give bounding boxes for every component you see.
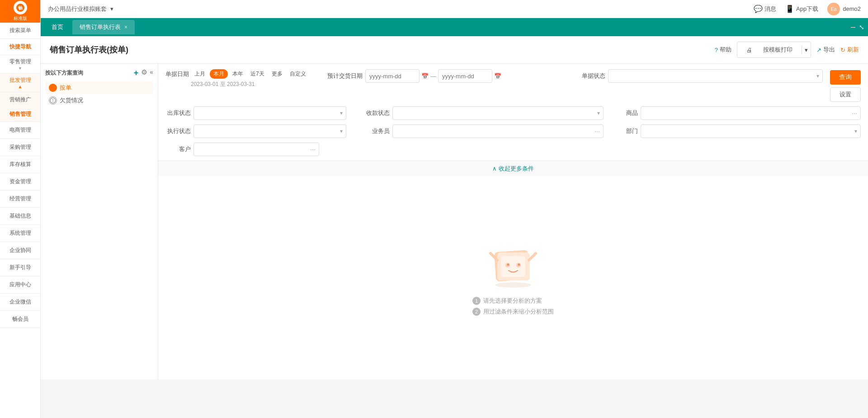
sidebar-item-system[interactable]: 系统管理 bbox=[0, 225, 41, 242]
product-wrapper: ··· bbox=[641, 106, 861, 120]
user-info[interactable]: Ea demo2 bbox=[827, 3, 861, 15]
delivery-status-select[interactable] bbox=[193, 106, 346, 120]
dept-select[interactable] bbox=[641, 124, 861, 138]
sidebar-item-retail[interactable]: 零售管理 ▾ bbox=[0, 55, 41, 74]
date-tab-more[interactable]: 更多 bbox=[269, 69, 285, 79]
sidebar-item-operations[interactable]: 经营管理 bbox=[0, 190, 41, 208]
dept-wrapper: ▾ bbox=[641, 124, 861, 138]
plan-item-shortage[interactable]: 欠货情况 bbox=[45, 94, 153, 107]
print-label: 按模板打印 bbox=[759, 44, 797, 56]
delivery-status-label: 出库状态 bbox=[165, 109, 191, 117]
filter-exec-col: 执行状态 ▾ bbox=[165, 124, 346, 138]
sidebar-item-newuser[interactable]: 新手引导 bbox=[0, 259, 41, 276]
salesperson-wrapper: ··· bbox=[392, 124, 604, 138]
sidebar-search-menu[interactable]: 搜索菜单 bbox=[0, 23, 41, 39]
help-btn[interactable]: ? 帮助 bbox=[715, 46, 731, 54]
settings-btn[interactable]: 设置 bbox=[830, 87, 861, 102]
expected-date-start-input[interactable] bbox=[365, 69, 420, 83]
filter-body-container: 按以下方案查询 + ⚙ « 按单 bbox=[41, 64, 868, 380]
sales-label: 销售管理 bbox=[9, 110, 31, 118]
sidebar-item-wholesale[interactable]: 批发管理 ▲ bbox=[0, 74, 41, 92]
tab-expand-icon[interactable]: ⤡ bbox=[859, 24, 864, 31]
refresh-btn[interactable]: ↻ 刷新 bbox=[840, 46, 859, 54]
plan-single-label: 按单 bbox=[60, 84, 71, 92]
query-btn[interactable]: 查询 bbox=[830, 70, 861, 85]
tab-bar: 首页 销售订单执行表 × ─ ⤡ bbox=[41, 18, 868, 36]
sidebar-item-purchase[interactable]: 采购管理 bbox=[0, 139, 41, 156]
svg-point-4 bbox=[52, 89, 53, 90]
top-header-right: 💬 消息 📱 App下载 Ea demo2 bbox=[754, 3, 861, 15]
date-tab-custom[interactable]: 自定义 bbox=[287, 69, 309, 79]
marketing-label: 营销推广 bbox=[9, 96, 31, 104]
doc-status-select-wrapper: ▾ bbox=[608, 69, 823, 83]
expected-date-label: 预计交货日期 bbox=[326, 72, 363, 80]
print-icon: 🖨 bbox=[742, 45, 757, 55]
plan-settings-btn[interactable]: ⚙ bbox=[141, 68, 147, 78]
doc-status-select[interactable] bbox=[608, 69, 823, 83]
breadcrumb-arrow-icon[interactable]: ▾ bbox=[110, 5, 113, 12]
sidebar-item-inventory[interactable]: 库存核算 bbox=[0, 156, 41, 173]
tip-text-1: 请先选择要分析的方案 bbox=[483, 297, 542, 305]
export-btn[interactable]: ↗ 导出 bbox=[816, 46, 835, 54]
receipt-status-select[interactable] bbox=[392, 106, 604, 120]
filter-row-2: 出库状态 ▾ 收款状态 ▾ bbox=[165, 106, 861, 120]
salesperson-input[interactable] bbox=[392, 124, 604, 138]
tip-text-2: 用过滤条件来缩小分析范围 bbox=[483, 308, 554, 316]
empty-tip-1: 1 请先选择要分析的方案 bbox=[472, 297, 554, 305]
date-range-inputs: 📅 — 📅 bbox=[365, 69, 501, 83]
calendar-icon-end[interactable]: 📅 bbox=[494, 73, 501, 80]
print-btn[interactable]: 🖨 按模板打印 bbox=[737, 42, 802, 57]
sidebar-item-sales[interactable]: 销售管理 bbox=[0, 107, 41, 121]
user-name: demo2 bbox=[843, 5, 861, 12]
svg-point-7 bbox=[52, 101, 53, 102]
sidebar-quick-nav[interactable]: 快捷导航 bbox=[0, 39, 41, 55]
tab-home[interactable]: 首页 bbox=[44, 20, 71, 34]
date-tab-this-year[interactable]: 本年 bbox=[230, 69, 246, 79]
sidebar-item-ecommerce[interactable]: 电商管理 bbox=[0, 122, 41, 139]
tab-close-icon[interactable]: × bbox=[124, 24, 127, 30]
print-arrow-btn[interactable]: ▾ bbox=[802, 47, 811, 53]
wechat-label: 企业微信 bbox=[9, 298, 31, 306]
vip-label: 畅会员 bbox=[12, 315, 28, 323]
calendar-icon-start[interactable]: 📅 bbox=[421, 73, 429, 80]
page-title: 销售订单执行表(按单) bbox=[50, 44, 128, 55]
main-area: 办公用品行业模拟账套 ▾ 💬 消息 📱 App下载 Ea demo2 首页 销售… bbox=[41, 0, 868, 418]
dept-label: 部门 bbox=[611, 127, 638, 135]
empty-tip-2: 2 用过滤条件来缩小分析范围 bbox=[472, 308, 554, 316]
date-tab-7days[interactable]: 近7天 bbox=[248, 69, 267, 79]
svg-point-14 bbox=[507, 264, 509, 266]
product-input[interactable] bbox=[641, 106, 861, 120]
sidebar-submenu-wholesale: 营销推广 销售管理 bbox=[0, 92, 41, 122]
sidebar-item-basic-info[interactable]: 基础信息 bbox=[0, 208, 41, 225]
exec-status-select[interactable] bbox=[193, 124, 346, 138]
enterprise-label: 企业协同 bbox=[9, 247, 31, 254]
collapse-bar[interactable]: ∧ 收起更多条件 bbox=[158, 161, 868, 176]
sidebar-item-appcenter[interactable]: 应用中心 bbox=[0, 276, 41, 294]
user-avatar: Ea bbox=[827, 3, 840, 15]
message-btn[interactable]: 💬 消息 bbox=[754, 5, 776, 13]
logo-text: 标准版 bbox=[14, 15, 27, 22]
filter-customer-col: 客户 ··· bbox=[165, 142, 319, 156]
plan-collapse-btn[interactable]: « bbox=[150, 68, 153, 78]
plan-add-btn[interactable]: + bbox=[134, 68, 139, 78]
app-download-btn[interactable]: 📱 App下载 bbox=[785, 5, 818, 13]
customer-input[interactable] bbox=[193, 142, 319, 156]
tab-minimize-icon[interactable]: ─ bbox=[851, 24, 855, 31]
sidebar-item-finance[interactable]: 资金管理 bbox=[0, 173, 41, 190]
left-plan-header: 按以下方案查询 + ⚙ « bbox=[45, 68, 153, 78]
sidebar-item-vip[interactable]: 畅会员 bbox=[0, 311, 41, 328]
app-icon: 📱 bbox=[785, 5, 794, 13]
filter-row-3: 执行状态 ▾ 业务员 ··· bbox=[165, 124, 861, 138]
tab-sales-order[interactable]: 销售订单执行表 × bbox=[72, 20, 135, 34]
sidebar-item-wechat[interactable]: 企业微信 bbox=[0, 294, 41, 311]
svg-text:畅: 畅 bbox=[18, 5, 23, 10]
date-tab-last-month[interactable]: 上月 bbox=[192, 69, 208, 79]
tab-sales-order-label: 销售订单执行表 bbox=[80, 23, 121, 31]
sidebar-item-enterprise[interactable]: 企业协同 bbox=[0, 242, 41, 259]
system-label: 系统管理 bbox=[9, 229, 31, 237]
plan-item-single[interactable]: 按单 bbox=[45, 81, 153, 94]
breadcrumb-text: 办公用品行业模拟账套 bbox=[48, 5, 107, 13]
date-tab-this-month[interactable]: 本月 bbox=[210, 69, 228, 79]
expected-date-end-input[interactable] bbox=[438, 69, 492, 83]
sidebar-item-marketing[interactable]: 营销推广 bbox=[0, 92, 41, 107]
